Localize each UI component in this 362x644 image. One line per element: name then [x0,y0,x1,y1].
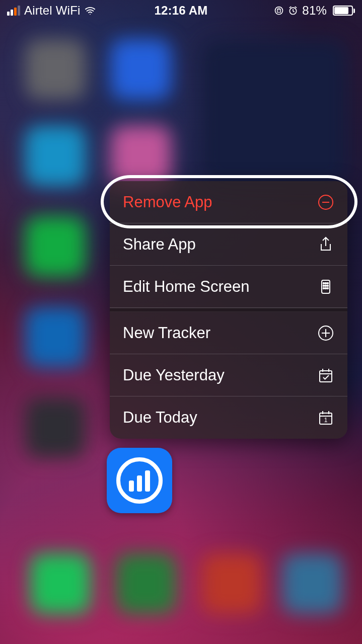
calendar-check-icon [317,367,334,384]
due-yesterday-item[interactable]: Due Yesterday [110,354,347,396]
carrier-label: Airtel WiFi [24,4,81,18]
menu-separator [110,308,347,312]
signal-icon [7,6,20,16]
svg-point-9 [325,285,326,286]
svg-point-8 [323,285,324,286]
new-tracker-item[interactable]: New Tracker [110,312,347,354]
calendar-today-icon: 1 [317,409,334,426]
svg-rect-17 [320,371,332,382]
status-bar: Airtel WiFi 12:16 AM 81% [0,0,362,21]
svg-point-5 [323,282,324,283]
status-right: 81% [274,4,355,18]
battery-icon [331,6,355,16]
clock: 12:16 AM [154,4,207,18]
tracker-app-icon[interactable] [107,448,172,513]
share-icon [317,236,334,253]
wifi-icon [85,5,96,16]
svg-point-13 [327,287,328,288]
plus-circle-icon [317,325,334,342]
menu-item-label: Due Today [123,409,197,427]
rotation-lock-icon [274,6,284,16]
battery-percent: 81% [302,4,327,18]
apps-grid-icon [317,278,334,295]
edit-home-screen-item[interactable]: Edit Home Screen [110,266,347,308]
svg-point-11 [323,287,324,288]
svg-point-6 [325,282,326,283]
context-menu: Remove App Share App Edit Home Screen Ne… [110,181,347,439]
menu-item-label: Share App [123,235,196,254]
menu-item-label: Due Yesterday [123,366,225,384]
alarm-icon [288,6,298,16]
share-app-item[interactable]: Share App [110,223,347,266]
svg-point-7 [327,282,328,283]
menu-item-label: Remove App [123,193,212,211]
svg-text:1: 1 [324,417,328,424]
svg-point-12 [325,287,326,288]
chart-icon [116,457,163,504]
due-today-item[interactable]: Due Today 1 [110,396,347,439]
remove-app-item[interactable]: Remove App [110,181,347,223]
status-left: Airtel WiFi [7,4,96,18]
svg-point-10 [327,285,328,286]
menu-item-label: New Tracker [123,324,210,342]
menu-item-label: Edit Home Screen [123,278,250,296]
remove-circle-icon [317,194,334,211]
